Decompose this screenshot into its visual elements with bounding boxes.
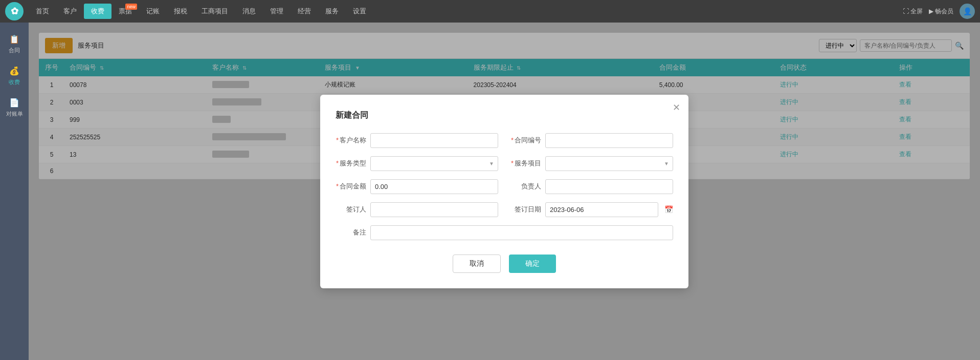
main-layout: 📋 合同 💰 收费 📄 对账单 新增 服务项目 进行中 已完成 已终止 — [0, 23, 980, 360]
statement-icon: 📄 — [8, 96, 20, 109]
nav-service[interactable]: 服务 — [318, 4, 346, 19]
sidebar-item-contract[interactable]: 📋 合同 — [0, 28, 29, 59]
nav-manage[interactable]: 管理 — [263, 4, 291, 19]
signer-label: 签订人 — [336, 205, 366, 214]
nav-home[interactable]: 首页 — [29, 4, 56, 19]
remarks-label: 备注 — [336, 228, 366, 237]
member-button[interactable]: ▶ 畅会员 — [929, 7, 953, 16]
sidebar-label-statement: 对账单 — [6, 110, 23, 118]
responsible-person-row: 负责人 — [510, 179, 673, 194]
avatar[interactable]: 👤 — [960, 4, 975, 19]
modal-footer: 取消 确定 — [336, 255, 673, 273]
top-nav-right: ⛶ 全屏 ▶ 畅会员 👤 — [903, 4, 975, 19]
service-item-label: 服务项目 — [510, 159, 541, 168]
app-logo: ✿ — [5, 2, 24, 20]
service-item-select-wrapper: ▼ — [545, 156, 673, 171]
modal-title: 新建合同 — [336, 110, 673, 121]
new-contract-modal: ✕ 新建合同 客户名称 合同编号 服务类型 — [320, 95, 688, 288]
sign-date-label: 签订日期 — [510, 205, 541, 214]
customer-name-input[interactable] — [370, 133, 498, 148]
sign-date-row: 签订日期 📅 — [510, 202, 673, 217]
nav-invoice[interactable]: 票据 new — [112, 4, 139, 19]
nav-bookkeeping[interactable]: 记账 — [139, 4, 167, 19]
calendar-icon[interactable]: 📅 — [664, 205, 673, 214]
fee-icon: 💰 — [8, 65, 20, 77]
service-item-select[interactable] — [545, 156, 673, 171]
sign-date-input[interactable] — [545, 202, 658, 217]
sidebar-label-fee: 收费 — [9, 78, 20, 86]
cancel-button[interactable]: 取消 — [453, 255, 501, 273]
content-area: 新增 服务项目 进行中 已完成 已终止 🔍 序号 合同编 — [29, 23, 980, 360]
service-item-row: 服务项目 ▼ — [510, 156, 673, 171]
signer-row: 签订人 — [336, 202, 498, 217]
new-badge: new — [125, 4, 137, 10]
contract-amount-input[interactable] — [370, 179, 498, 194]
contract-no-row: 合同编号 — [510, 133, 673, 148]
logo-icon: ✿ — [11, 6, 18, 17]
contract-amount-row: 合同金额 — [336, 179, 498, 194]
fullscreen-icon: ⛶ — [903, 8, 909, 15]
nav-operation[interactable]: 经营 — [291, 4, 318, 19]
nav-tax[interactable]: 报税 — [167, 4, 194, 19]
remarks-input[interactable] — [370, 225, 673, 240]
nav-customer[interactable]: 客户 — [56, 4, 84, 19]
nav-message[interactable]: 消息 — [235, 4, 263, 19]
avatar-icon: 👤 — [963, 7, 972, 15]
contract-no-label: 合同编号 — [510, 136, 541, 145]
modal-close-button[interactable]: ✕ — [673, 102, 680, 113]
service-type-row: 服务类型 ▼ — [336, 156, 498, 171]
remarks-row: 备注 — [336, 225, 673, 240]
customer-name-row: 客户名称 — [336, 133, 498, 148]
top-navigation: ✿ 首页 客户 收费 票据 new 记账 报税 工商项目 消息 管理 经营 服务… — [0, 0, 980, 23]
sidebar: 📋 合同 💰 收费 📄 对账单 — [0, 23, 29, 360]
modal-overlay: ✕ 新建合同 客户名称 合同编号 服务类型 — [29, 23, 980, 360]
sidebar-item-statement[interactable]: 📄 对账单 — [0, 91, 29, 123]
customer-name-label: 客户名称 — [336, 136, 366, 145]
fullscreen-button[interactable]: ⛶ 全屏 — [903, 7, 923, 16]
contract-icon: 📋 — [8, 33, 20, 45]
service-type-select[interactable] — [370, 156, 498, 171]
play-icon: ▶ — [929, 8, 933, 15]
form-grid: 客户名称 合同编号 服务类型 ▼ — [336, 133, 673, 240]
nav-settings[interactable]: 设置 — [346, 4, 373, 19]
nav-business[interactable]: 工商项目 — [194, 4, 235, 19]
nav-fee[interactable]: 收费 — [84, 4, 112, 19]
signer-input[interactable] — [370, 202, 498, 217]
contract-no-input[interactable] — [545, 133, 673, 148]
responsible-person-label: 负责人 — [510, 182, 541, 191]
service-type-label: 服务类型 — [336, 159, 366, 168]
contract-amount-label: 合同金额 — [336, 182, 366, 191]
service-type-select-wrapper: ▼ — [370, 156, 498, 171]
confirm-button[interactable]: 确定 — [509, 255, 556, 273]
sidebar-item-fee[interactable]: 💰 收费 — [0, 59, 29, 91]
sidebar-label-contract: 合同 — [9, 47, 20, 54]
responsible-person-input[interactable] — [545, 179, 673, 194]
nav-items: 首页 客户 收费 票据 new 记账 报税 工商项目 消息 管理 经营 服务 设… — [29, 4, 903, 19]
